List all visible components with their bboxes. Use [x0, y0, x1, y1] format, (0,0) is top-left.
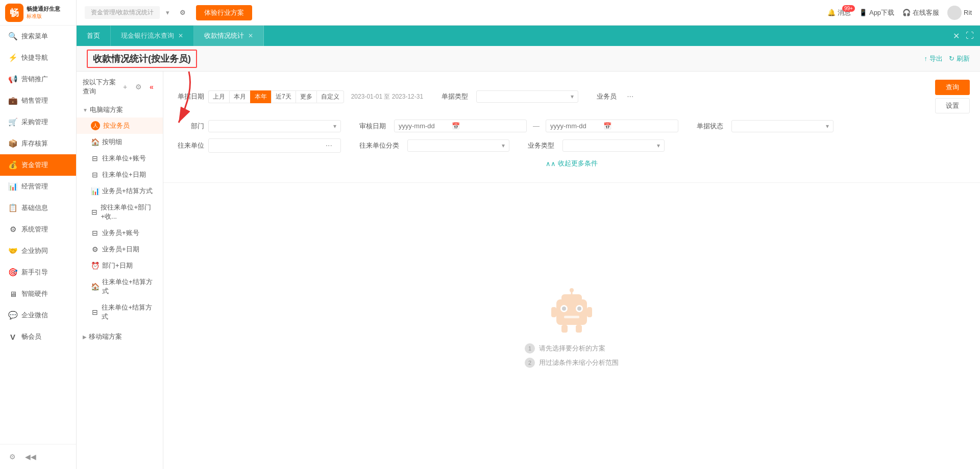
sidebar-item-smart-hw[interactable]: 🖥 智能硬件	[0, 283, 76, 304]
sidebar-item-enterprise[interactable]: 🤝 企业协同	[0, 240, 76, 262]
notification-btn[interactable]: 🔔 消息 99+	[827, 8, 851, 17]
tab-bank-flow-close[interactable]: ✕	[178, 32, 183, 39]
sidebar-collapse-btn[interactable]: ◀◀	[23, 450, 38, 464]
doc-type-field: 单据类型 ▾	[442, 90, 578, 103]
plan-item-salesperson-settlement[interactable]: 📊 业务员+结算方式	[77, 183, 163, 199]
business-type-select[interactable]: ▾	[562, 139, 665, 152]
app-download-btn[interactable]: 📱 App下载	[859, 8, 894, 17]
wechat-icon: 💬	[8, 311, 17, 320]
sidebar-item-system[interactable]: ⚙ 系统管理	[0, 219, 76, 240]
date-tab-last-month[interactable]: 上月	[208, 90, 229, 103]
svg-rect-12	[576, 325, 582, 333]
doc-type-select[interactable]: ▾	[476, 90, 578, 103]
partner-settlement1-icon: 🏠	[91, 283, 99, 291]
panel-collapse-btn[interactable]: «	[146, 82, 157, 92]
svg-rect-1	[561, 294, 582, 302]
member-icon: V	[8, 332, 17, 341]
collapse-chevron-icon: ∧∧	[546, 160, 556, 168]
svg-rect-11	[561, 325, 568, 333]
date-tab-custom[interactable]: 自定义	[316, 90, 344, 103]
plan-item-partner-account[interactable]: ⊟ 往来单位+账号	[77, 150, 163, 167]
empty-state: 1 请先选择要分析的方案 2 用过滤条件来缩小分析范围	[163, 183, 980, 469]
review-date-start-input[interactable]	[399, 122, 450, 130]
plan-item-partner-date[interactable]: ⊟ 往来单位+日期	[77, 167, 163, 183]
user-avatar[interactable]: Rit	[947, 6, 972, 20]
sidebar-item-quick-nav[interactable]: ⚡ 快捷导航	[0, 47, 76, 68]
svg-rect-9	[551, 307, 556, 317]
tab-receipt-stats-close[interactable]: ✕	[248, 32, 253, 39]
marketing-icon: 📢	[8, 75, 17, 84]
partner-field: 往来单位 ···	[174, 138, 341, 153]
sidebar-item-finance[interactable]: 💰 资金管理	[0, 154, 76, 176]
collapse-more-btn[interactable]: ∧∧ 收起更多条件	[174, 159, 970, 168]
page-header: 收款情况统计(按业务员) ↑ 导出 ↻ 刷新	[77, 46, 980, 72]
plan-item-partner-dept-receipt[interactable]: ⊟ 按往来单位+部门+收...	[77, 199, 163, 225]
sidebar-item-member[interactable]: V 畅会员	[0, 326, 76, 347]
plan-settings-btn[interactable]: ⚙	[133, 82, 143, 92]
sidebar-settings-btn[interactable]: ⚙	[5, 450, 19, 464]
sidebar-item-wechat[interactable]: 💬 企业微信	[0, 304, 76, 326]
sales-icon: 💼	[8, 96, 17, 105]
calendar-start-icon[interactable]: 📅	[452, 122, 460, 130]
date-tab-this-month[interactable]: 本月	[229, 90, 250, 103]
review-date-end-input[interactable]	[550, 122, 601, 130]
sidebar-item-guide[interactable]: 🎯 新手引导	[0, 262, 76, 283]
sidebar-item-marketing[interactable]: 📢 营销推广	[0, 68, 76, 90]
date-tab-7days[interactable]: 近7天	[271, 90, 296, 103]
svg-point-7	[577, 307, 581, 311]
breadcrumb-dropdown[interactable]: ▾	[166, 9, 169, 16]
partner-select[interactable]: ···	[208, 138, 341, 153]
tab-bank-flow[interactable]: 现金银行流水查询 ✕	[111, 26, 194, 46]
query-btn[interactable]: 查询	[935, 80, 970, 95]
date-tab-more[interactable]: 更多	[296, 90, 316, 103]
sidebar-item-purchase[interactable]: 🛒 采购管理	[0, 111, 76, 133]
doc-status-select[interactable]: ▾	[731, 120, 834, 132]
topbar-gear-icon[interactable]: ⚙	[176, 6, 190, 20]
refresh-btn[interactable]: ↻ 刷新	[949, 54, 970, 63]
tabs-right-actions: ✕ ⛶	[947, 26, 980, 46]
sidebar-item-operation[interactable]: 📊 经营管理	[0, 176, 76, 197]
topbar-right: 🔔 消息 99+ 📱 App下载 🎧 在线客服 Rit	[827, 6, 972, 20]
group-expand-icon: ▼	[83, 107, 88, 113]
tab-receipt-stats[interactable]: 收款情况统计 ✕	[194, 26, 264, 46]
operation-icon: 📊	[8, 182, 17, 191]
plan-item-dept-date[interactable]: ⏰ 部门+日期	[77, 257, 163, 274]
tabs-bar: 首页 现金银行流水查询 ✕ 收款情况统计 ✕ ✕ ⛶	[77, 26, 980, 46]
mobile-plan-group: ▶ 移动端方案	[77, 327, 163, 346]
partner-settlement2-icon: ⊟	[91, 308, 99, 316]
tabs-expand-btn[interactable]: ⛶	[966, 31, 974, 40]
dept-select[interactable]: ▾	[208, 120, 341, 132]
plan-item-by-salesperson[interactable]: 人 按业务员	[77, 118, 163, 134]
search-row-2: 部门 ▾ 审核日期 📅 —	[174, 120, 970, 132]
date-tab-this-year[interactable]: 本年	[250, 90, 271, 103]
export-btn[interactable]: ↑ 导出	[924, 54, 943, 63]
tip2-num: 2	[525, 358, 535, 368]
svg-rect-10	[587, 307, 592, 317]
partner-dots[interactable]: ···	[324, 141, 334, 150]
plan-item-partner-settlement1[interactable]: 🏠 往来单位+结算方式	[77, 274, 163, 299]
tabs-close-btn[interactable]: ✕	[953, 31, 960, 41]
right-panel: 单据日期 上月 本月 本年 近7天 更多 自定义 2023-01-01 至 20…	[163, 72, 980, 469]
mobile-plan-group-header[interactable]: ▶ 移动端方案	[77, 329, 163, 344]
desktop-plan-group-header[interactable]: ▼ 电脑端方案	[77, 102, 163, 118]
online-service-btn[interactable]: 🎧 在线客服	[902, 8, 939, 17]
partner-category-select[interactable]: ▾	[407, 139, 509, 152]
trial-btn[interactable]: 体验行业方案	[196, 5, 252, 20]
settings-btn[interactable]: 设置	[935, 98, 970, 113]
business-type-arrow: ▾	[657, 142, 660, 149]
add-plan-btn[interactable]: +	[120, 82, 130, 92]
sidebar-item-sales[interactable]: 💼 销售管理	[0, 90, 76, 111]
plan-item-partner-settlement2[interactable]: ⊟ 往来单位+结算方式	[77, 299, 163, 325]
tab-home[interactable]: 首页	[77, 26, 111, 46]
plan-item-salesperson-account[interactable]: ⊟ 业务员+账号	[77, 225, 163, 241]
sidebar-item-basic-info[interactable]: 📋 基础信息	[0, 197, 76, 219]
sidebar-item-search-menu[interactable]: 🔍 搜索菜单	[0, 26, 76, 47]
sidebar-item-inventory[interactable]: 📦 库存核算	[0, 133, 76, 154]
business-type-field: 业务类型 ▾	[528, 139, 665, 152]
plan-item-by-detail[interactable]: 🏠 按明细	[77, 134, 163, 150]
plan-item-salesperson-date[interactable]: ⚙ 业务员+日期	[77, 241, 163, 257]
doc-type-label: 单据类型	[442, 92, 468, 101]
salesperson-field: 业务员 ···	[597, 92, 635, 101]
salesperson-more-btn[interactable]: ···	[625, 92, 635, 101]
calendar-end-icon[interactable]: 📅	[603, 122, 611, 130]
